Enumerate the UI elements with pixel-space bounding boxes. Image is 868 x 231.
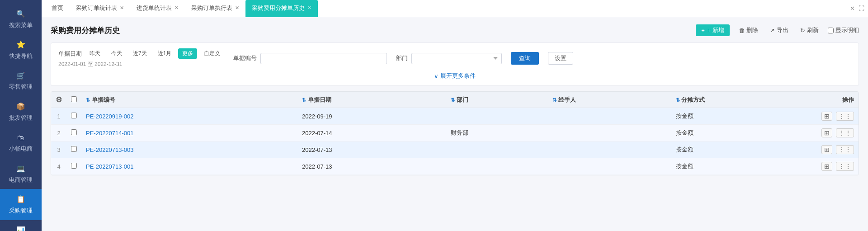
sort-icon-split: ⇅ xyxy=(676,97,680,103)
dept-cell xyxy=(446,108,548,125)
settings-icon[interactable]: ⚙ xyxy=(56,96,62,104)
more-icon[interactable]: ⋮⋮ xyxy=(836,145,854,154)
add-icon: + xyxy=(701,27,705,34)
split-method-cell: 按金额 xyxy=(671,108,817,125)
sidebar-item-quick-nav[interactable]: ⭐ 快捷导航 xyxy=(0,34,42,65)
date-7days[interactable]: 近7天 xyxy=(129,48,151,59)
bag-icon: 🛍 xyxy=(2,132,40,144)
setting-button[interactable]: 设置 xyxy=(548,52,573,65)
action-cell: ⊞ ⋮⋮ xyxy=(817,158,859,175)
sidebar: 🔍 搜索菜单 ⭐ 快捷导航 🛒 零售管理 📦 批发管理 🛍 小畅电商 💻 电商管… xyxy=(0,0,42,231)
tab-close-purchase-order-exec[interactable]: ✕ xyxy=(235,5,239,11)
table-row: 4 PE-20220713-001 2022-07-13 按金额 ⊞ ⋮⋮ xyxy=(51,158,859,175)
date-yesterday[interactable]: 昨天 xyxy=(85,48,104,59)
sidebar-item-mini-ecom[interactable]: 🛍 小畅电商 xyxy=(0,127,42,158)
sidebar-item-ecom-mgmt[interactable]: 💻 电商管理 xyxy=(0,158,42,189)
date-label: 单据日期 xyxy=(58,50,82,58)
chart-icon: 📊 xyxy=(2,225,40,231)
tab-purchase-stock-stats[interactable]: 进货单统计表 ✕ xyxy=(130,0,185,17)
sidebar-item-purchase-mgmt[interactable]: 📋 采购管理 xyxy=(0,189,42,220)
page-body: 采购费用分摊单历史 + + 新增 🗑 删除 ↗ 导出 ↻ 刷新 xyxy=(42,17,868,231)
tab-close-purchase-stock-stats[interactable]: ✕ xyxy=(175,5,179,11)
th-settings: ⚙ xyxy=(51,92,66,108)
date-today[interactable]: 今天 xyxy=(107,48,126,59)
row-checkbox[interactable] xyxy=(71,163,77,169)
more-icon[interactable]: ⋮⋮ xyxy=(836,128,854,137)
checkbox-cell xyxy=(66,141,81,158)
sidebar-item-wholesale-mgmt[interactable]: 📦 批发管理 xyxy=(0,96,42,127)
handler-cell xyxy=(548,141,671,158)
toolbar-actions: + + 新增 🗑 删除 ↗ 导出 ↻ 刷新 显示明细 xyxy=(696,24,859,36)
date-range-text: 2022-01-01 至 2022-12-31 xyxy=(58,61,122,68)
page-title-row: 采购费用分摊单历史 + + 新增 🗑 删除 ↗ 导出 ↻ 刷新 xyxy=(51,24,859,36)
edit-icon[interactable]: ⊞ xyxy=(821,145,832,154)
data-table: ⚙ ⇅ 单据编号 ⇅ 单据日期 xyxy=(51,92,859,175)
row-checkbox[interactable] xyxy=(71,146,77,152)
table-row: 1 PE-20220919-002 2022-09-19 按金额 ⊞ ⋮⋮ xyxy=(51,108,859,125)
tab-bar-actions: ✕ ⛶ xyxy=(850,5,864,12)
more-icon[interactable]: ⋮⋮ xyxy=(836,162,854,171)
star-icon: ⭐ xyxy=(2,39,40,51)
doc-no-link[interactable]: PE-20220714-001 xyxy=(86,130,134,137)
action-cell: ⊞ ⋮⋮ xyxy=(817,141,859,158)
add-button[interactable]: + + 新增 xyxy=(696,24,730,36)
date-1month[interactable]: 近1月 xyxy=(154,48,176,59)
filter-area: 单据日期 昨天 今天 近7天 近1月 更多 自定义 2022-01-01 至 2… xyxy=(51,42,859,86)
table-body: 1 PE-20220919-002 2022-09-19 按金额 ⊞ ⋮⋮ 2 xyxy=(51,108,859,175)
delete-button[interactable]: 🗑 删除 xyxy=(736,24,761,36)
sidebar-item-search-menu[interactable]: 🔍 搜索菜单 xyxy=(0,4,42,34)
edit-icon[interactable]: ⊞ xyxy=(821,128,832,137)
tab-purchase-order-exec[interactable]: 采购订单执行表 ✕ xyxy=(185,0,245,17)
doc-no-link[interactable]: PE-20220919-002 xyxy=(86,113,134,120)
edit-icon[interactable]: ⊞ xyxy=(821,162,832,171)
tab-purchase-order-stats[interactable]: 采购订单统计表 ✕ xyxy=(70,0,130,17)
doc-no-cell: PE-20220714-001 xyxy=(81,125,297,141)
doc-no-filter-group: 单据编号 xyxy=(233,53,387,64)
tab-close-purchase-order-stats[interactable]: ✕ xyxy=(120,5,124,11)
maximize-window-icon[interactable]: ⛶ xyxy=(859,5,864,12)
refresh-button[interactable]: ↻ 刷新 xyxy=(797,24,821,36)
show-cols-checkbox[interactable] xyxy=(828,28,834,33)
action-cell: ⊞ ⋮⋮ xyxy=(817,125,859,141)
doc-no-label: 单据编号 xyxy=(233,54,257,62)
th-actions: 操作 xyxy=(817,92,859,108)
action-cell: ⊞ ⋮⋮ xyxy=(817,108,859,125)
doc-no-link[interactable]: PE-20220713-001 xyxy=(86,163,134,170)
sort-icon-dept: ⇅ xyxy=(451,97,455,103)
doc-no-link[interactable]: PE-20220713-003 xyxy=(86,146,134,153)
th-handler: ⇅ 经手人 xyxy=(548,92,671,108)
sidebar-item-retail-mgmt[interactable]: 🛒 零售管理 xyxy=(0,66,42,96)
th-doc-date: ⇅ 单据日期 xyxy=(297,92,446,108)
row-checkbox[interactable] xyxy=(71,129,77,135)
doc-no-input[interactable] xyxy=(260,53,387,64)
show-cols-checkbox-wrap[interactable]: 显示明细 xyxy=(828,26,859,34)
more-icon[interactable]: ⋮⋮ xyxy=(836,112,854,121)
tab-close-purchase-cost-split[interactable]: ✕ xyxy=(307,5,311,11)
chevron-down-icon: ∨ xyxy=(434,73,439,80)
dept-filter-group: 部门 xyxy=(396,53,502,64)
dept-cell: 财务部 xyxy=(446,125,548,141)
handler-cell xyxy=(548,158,671,175)
close-window-icon[interactable]: ✕ xyxy=(850,5,855,12)
select-all-checkbox[interactable] xyxy=(71,96,77,102)
expand-more-conditions[interactable]: ∨ 展开更多条件 xyxy=(58,72,851,80)
dept-select[interactable] xyxy=(411,53,502,64)
tab-home[interactable]: 首页 xyxy=(45,0,70,17)
query-button[interactable]: 查询 xyxy=(511,52,539,65)
export-button[interactable]: ↗ 导出 xyxy=(767,24,791,36)
date-more[interactable]: 更多 xyxy=(178,48,197,59)
doc-date-cell: 2022-07-13 xyxy=(297,158,446,175)
table-wrap: ⚙ ⇅ 单据编号 ⇅ 单据日期 xyxy=(51,91,859,175)
date-custom[interactable]: 自定义 xyxy=(200,48,224,59)
doc-date-cell: 2022-07-13 xyxy=(297,141,446,158)
seq-cell: 2 xyxy=(51,125,66,141)
sidebar-item-stock-check[interactable]: 📊 库存核算 xyxy=(0,220,42,231)
edit-icon[interactable]: ⊞ xyxy=(821,112,832,121)
checkbox-cell xyxy=(66,125,81,141)
tab-purchase-cost-split[interactable]: 采购费用分摊单历史 ✕ xyxy=(245,0,318,17)
doc-no-cell: PE-20220713-003 xyxy=(81,141,297,158)
row-checkbox[interactable] xyxy=(71,113,77,118)
tab-bar: 首页 采购订单统计表 ✕ 进货单统计表 ✕ 采购订单执行表 ✕ 采购费用分摊单历… xyxy=(42,0,868,17)
doc-date-cell: 2022-09-19 xyxy=(297,108,446,125)
box-icon: 📦 xyxy=(2,101,40,113)
